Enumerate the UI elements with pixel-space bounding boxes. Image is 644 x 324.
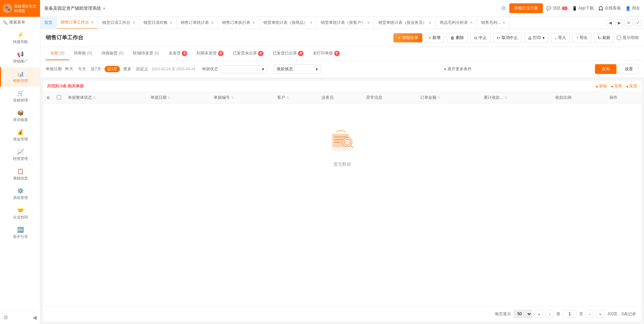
date-opt-custom[interactable]: 自定义 <box>135 66 149 73</box>
tab-maximize[interactable]: ⤢ <box>634 19 642 26</box>
sidebar-item-system[interactable]: ⚙️ 系统管理 <box>0 184 40 204</box>
sidebar-item-cooperation[interactable]: 🤝 企业协同 <box>0 204 40 223</box>
show-detail-checkbox[interactable]: 显示明细 <box>617 35 639 41</box>
tab-cash-reconcile[interactable]: 钱货日清对账 ✕ <box>139 17 177 29</box>
tab-gross-profit[interactable]: 商品毛利分析表 ✕ <box>436 17 477 29</box>
smart-gen-btn[interactable]: ✦ 智能生单 <box>393 33 422 42</box>
subtab-not-shipped[interactable]: 未发货 0 <box>164 47 192 60</box>
filter-settings-btn[interactable]: 设置 <box>619 64 639 74</box>
subtab-wangpu-ship[interactable]: 旺铺待发货 (0) <box>128 47 164 60</box>
date-opt-1month[interactable]: 近1月 <box>104 66 120 72</box>
tab-sales-stats[interactable]: 销售订单统计表 ✕ <box>177 17 218 29</box>
date-opt-more[interactable]: 更多 <box>122 66 133 73</box>
tab-close-order-exec[interactable]: ✕ <box>252 21 255 25</box>
subtab-shipped-in[interactable]: 已发货未出库 0 <box>228 47 268 60</box>
sidebar-item-marketing[interactable]: 📢 营销推广 <box>0 48 40 67</box>
next-page-btn[interactable]: › <box>586 310 593 318</box>
tab-nav-prev[interactable]: ◀ <box>606 19 614 26</box>
tab-close-cargo-product[interactable]: ✕ <box>310 21 312 25</box>
import-btn[interactable]: ↓ 导入 <box>551 33 570 43</box>
collected-sort-icon[interactable]: ⇅ <box>505 96 507 99</box>
date-sort-icon[interactable]: ⇅ <box>168 96 170 99</box>
subtab-shipped-out[interactable]: 已发货已出库 0 <box>268 47 308 60</box>
tab-sales-order[interactable]: 销售订单工作台 ✕ <box>57 17 98 29</box>
delete-btn[interactable]: 🗑 删除 <box>447 33 468 43</box>
sidebar-item-quick-nav[interactable]: ⚡ 快捷导航 <box>0 28 40 48</box>
message-btn[interactable]: 💬 消息 5 <box>546 5 567 11</box>
online-service-btn[interactable]: 🎧 在线客服 <box>598 5 621 11</box>
topbar-settings-icon[interactable]: ⚙ <box>501 5 506 11</box>
tab-close-cargo-customer[interactable]: ✕ <box>367 21 370 25</box>
sidebar-item-sales[interactable]: 📊 销售管理 <box>0 67 40 87</box>
amount-sort-icon[interactable]: ⇅ <box>438 96 440 99</box>
refresh-btn[interactable]: ↻ 刷新 <box>594 33 614 43</box>
tab-close-sales-stats[interactable]: ✕ <box>211 21 214 25</box>
tab-home[interactable]: 首页 <box>40 17 57 29</box>
status-select[interactable]: ▾ <box>220 65 267 73</box>
subtab-all-count: (0) <box>59 51 65 55</box>
status-sort-icon[interactable]: ⇅ <box>93 96 96 99</box>
page-input[interactable] <box>563 310 576 318</box>
number-sort-icon[interactable]: ⇅ <box>231 96 234 99</box>
print-btn[interactable]: 🖨 打印 ▾ <box>524 33 548 43</box>
add-btn[interactable]: + 新增 <box>425 33 444 43</box>
batch-cancel-review-btn[interactable]: ● 充审 <box>611 83 622 89</box>
last-page-btn[interactable]: » <box>596 310 604 318</box>
tab-close-sales-profit[interactable]: ✕ <box>503 21 505 25</box>
payment-select[interactable]: 收款状态 ▾ <box>274 65 321 74</box>
print-icon: 🖨 <box>528 36 532 40</box>
first-page-btn[interactable]: « <box>535 310 543 318</box>
tab-close-gross-profit[interactable]: ✕ <box>470 21 473 25</box>
batch-review-btn[interactable]: ● 审核 <box>596 83 607 89</box>
date-opt-yesterday[interactable]: 昨天 <box>64 66 75 73</box>
tab-close-cash-daily[interactable]: ✕ <box>132 21 135 25</box>
cancel-stop-btn[interactable]: ↩ 取消中止 <box>493 33 521 43</box>
export-btn[interactable]: ↑ 导出 <box>572 33 591 43</box>
subtab-pending-inspect[interactable]: 待拣验货 (0) <box>97 47 128 60</box>
sidebar-item-operations[interactable]: 📈 经营管理 <box>0 145 40 165</box>
sidebar-item-guide[interactable]: 🆕 新手引导 <box>0 223 40 243</box>
tab-nav-next[interactable]: ▶ <box>615 19 623 26</box>
subtab-pending-review[interactable]: 待审核 (0) <box>69 47 97 60</box>
tab-close-sales-order[interactable]: ✕ <box>91 21 94 24</box>
tab-cargo-staff[interactable]: 销货单统计表（按业务员） ✕ <box>374 17 436 29</box>
stop-label: 中止 <box>479 35 487 41</box>
tab-sales-profit[interactable]: 销售毛利... ✕ <box>477 17 510 29</box>
tab-close-cash-reconcile[interactable]: ✕ <box>170 21 172 25</box>
batch-ship-btn[interactable]: ● 发货 <box>626 83 637 89</box>
collapse-icon[interactable]: ◀ <box>33 314 37 321</box>
subtab-overdue-ship[interactable]: 到期未发货 0 <box>192 47 228 60</box>
subtab-all[interactable]: 全部 (0) <box>46 47 69 60</box>
sidebar-item-purchase[interactable]: 🛒 采购管理 <box>0 87 40 106</box>
cancel-review-label: 充审 <box>614 83 622 89</box>
trial-btn[interactable]: 体验行业方案 <box>509 3 543 13</box>
stop-btn[interactable]: ⊙ 中止 <box>470 33 490 43</box>
empty-state: 暂无数据 <box>43 104 641 188</box>
prev-page-btn[interactable]: ‹ <box>546 310 553 318</box>
tab-cargo-customer[interactable]: 销货单统计表（按客户） ✕ <box>317 17 374 29</box>
date-opt-7days[interactable]: 近7天 <box>89 66 102 73</box>
per-page-select[interactable]: 50 10 20 100 <box>514 310 532 318</box>
sidebar-item-basic[interactable]: 📋 基础信息 <box>0 165 40 184</box>
count-suffix: 相关单据 <box>68 84 84 88</box>
tab-order-exec[interactable]: 销售订单执行表 ✕ <box>218 17 259 29</box>
col-checkbox-header[interactable] <box>53 92 65 104</box>
date-opt-today[interactable]: 今天 <box>77 66 87 73</box>
settings-bottom-icon[interactable]: ⚙ <box>3 314 8 321</box>
tab-close-cargo-staff[interactable]: ✕ <box>429 21 431 25</box>
sidebar-item-search[interactable]: 🔍 搜索菜单 <box>0 17 40 28</box>
tab-cash-daily[interactable]: 钱货日清工作台 ✕ <box>98 17 139 29</box>
subtab-not-printed[interactable]: 未打印单据 0 <box>308 47 344 60</box>
tab-cargo-product[interactable]: 销货单统计表（按商品） ✕ <box>259 17 317 29</box>
show-detail-input[interactable] <box>617 36 621 40</box>
sidebar-item-finance[interactable]: 💰 资金管理 <box>0 126 40 145</box>
select-all-checkbox[interactable] <box>57 95 61 99</box>
col-settings-header[interactable]: ⚙ <box>43 92 53 104</box>
customer-sort-icon[interactable]: ⇅ <box>286 96 289 99</box>
app-download-btn[interactable]: 📱 App下载 <box>572 5 594 11</box>
sidebar-item-inventory[interactable]: 📦 库存核算 <box>0 106 40 126</box>
user-btn[interactable]: 👤 用友 <box>626 5 640 11</box>
query-btn[interactable]: 查询 <box>595 64 616 74</box>
tab-close-all[interactable]: ✕ <box>625 19 633 26</box>
expand-filter-btn[interactable]: ▾ 展开更多条件 <box>441 65 474 73</box>
